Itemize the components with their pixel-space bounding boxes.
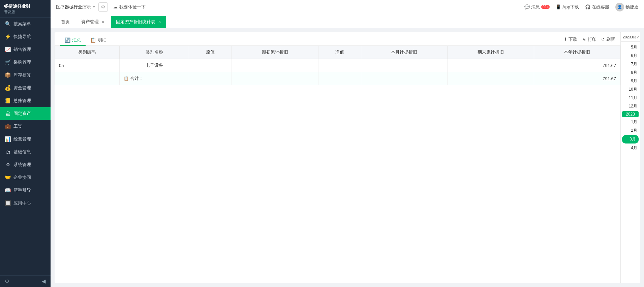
sidebar-label-apps: 应用中心	[13, 200, 31, 206]
print-label: 打印	[588, 36, 596, 42]
inventory-icon: 📦	[5, 72, 11, 78]
system-icon: ⚙	[5, 162, 11, 168]
sidebar-item-sales[interactable]: 📈销售管理	[0, 43, 51, 56]
user-menu[interactable]: 👤 畅捷通	[615, 3, 639, 11]
funds-icon: 💰	[5, 85, 11, 91]
month-item[interactable]: 12月	[621, 102, 640, 110]
plus-icon: 📋	[124, 76, 129, 81]
user-label: 畅捷通	[625, 4, 639, 10]
sidebar-item-apps[interactable]: 🔲应用中心	[0, 197, 51, 210]
sidebar-item-search[interactable]: 🔍搜索菜单	[0, 18, 51, 30]
tab-资产管理[interactable]: 资产管理✕	[76, 16, 110, 28]
month-item[interactable]: 11月	[621, 94, 640, 102]
app-download-button[interactable]: 📱 App下载	[556, 4, 579, 10]
col-header: 本年计提折旧	[534, 46, 620, 59]
table-body: 05电子设备791.67📋合计：791.67	[55, 59, 620, 85]
quicknav-icon: ⚡	[5, 34, 11, 40]
sub-tabs: 🔄汇总📋明细 ⬇ 下载 🖨 打印 ↺ 刷新	[55, 32, 620, 46]
tabs-bar: 首页资产管理✕固定资产折旧统计表✕	[51, 14, 644, 28]
cell	[232, 59, 318, 72]
ledger-icon: 📒	[5, 98, 11, 104]
sidebar-menu: 🔍搜索菜单⚡快捷导航📈销售管理🛒采购管理📦库存核算💰资金管理📒总账管理🏛固定资产…	[0, 18, 51, 275]
basic-icon: 🗂	[5, 149, 11, 155]
topbar-settings-button[interactable]: ⚙	[98, 2, 108, 12]
sidebar-label-inventory: 库存核算	[13, 72, 31, 78]
print-button[interactable]: 🖨 打印	[582, 36, 596, 42]
col-header: 本月计提折旧	[361, 46, 447, 59]
sidebar-label-purchase: 采购管理	[13, 59, 31, 65]
sidebar-label-fixed: 固定资产	[13, 110, 31, 117]
cell	[189, 59, 232, 72]
company-name: 医疗器械行业演示	[56, 4, 91, 10]
col-header: 类别名称	[119, 46, 189, 59]
collab-icon: 🤝	[5, 174, 11, 181]
month-item[interactable]: 8月	[621, 68, 640, 77]
sidebar-item-quicknav[interactable]: ⚡快捷导航	[0, 30, 51, 43]
message-button[interactable]: 💬 消息 99+	[524, 4, 550, 10]
month-item[interactable]: 9月	[621, 77, 640, 85]
download-button[interactable]: ⬇ 下载	[563, 36, 577, 42]
col-header: 原值	[189, 46, 232, 59]
cell: 791.67	[534, 59, 620, 72]
depreciation-table: 类别编码类别名称原值期初累计折旧净值本月计提折旧期末累计折旧本年计提折旧 05电…	[55, 46, 620, 85]
sidebar-item-salary[interactable]: 💼工资	[0, 120, 51, 133]
logo-title: 畅捷通好业财	[4, 3, 47, 9]
sidebar-label-quicknav: 快捷导航	[13, 34, 31, 40]
col-header: 净值	[318, 46, 361, 59]
sidebar-logo: 畅捷通好业财 普及版	[0, 0, 51, 18]
date-panel-header: 2023.03 ⤢ ✕	[621, 32, 640, 42]
sidebar-item-operations[interactable]: 📊经营管理	[0, 133, 51, 146]
table-header-row: 类别编码类别名称原值期初累计折旧净值本月计提折旧期末累计折旧本年计提折旧	[55, 46, 620, 59]
month-item[interactable]: 10月	[621, 85, 640, 94]
sidebar-item-purchase[interactable]: 🛒采购管理	[0, 56, 51, 69]
sub-tab-summary[interactable]: 🔄汇总	[60, 35, 86, 46]
tab-首页[interactable]: 首页	[56, 16, 75, 28]
month-item[interactable]: 6月	[621, 52, 640, 60]
sidebar-item-funds[interactable]: 💰资金管理	[0, 82, 51, 94]
operations-icon: 📊	[5, 136, 11, 142]
month-item[interactable]: 3月	[622, 135, 639, 144]
tab-close-icon[interactable]: ✕	[158, 20, 161, 24]
sidebar-item-ledger[interactable]: 📒总账管理	[0, 94, 51, 107]
collapse-icon[interactable]: ◀	[42, 278, 46, 284]
summary-tab-icon: 🔄	[65, 37, 70, 43]
month-item[interactable]: 7月	[621, 60, 640, 68]
refresh-button[interactable]: ↺ 刷新	[601, 36, 615, 42]
sidebar-label-system: 系统管理	[13, 162, 31, 168]
month-item[interactable]: 2月	[621, 126, 640, 135]
experience-button[interactable]: ☁ 我要体验一下	[113, 4, 146, 10]
sidebar-item-fixed[interactable]: 🏛固定资产	[0, 107, 51, 120]
print-icon: 🖨	[582, 37, 586, 42]
service-button[interactable]: 🎧 在线客服	[585, 4, 609, 10]
sidebar-label-funds: 资金管理	[13, 85, 31, 91]
date-month-list: 5月6月7月8月9月10月11月12月20231月2月3月4月	[621, 42, 640, 283]
month-item[interactable]: 4月	[621, 144, 640, 152]
sidebar-item-inventory[interactable]: 📦库存核算	[0, 69, 51, 82]
sidebar-item-guide[interactable]: 📖新手引导	[0, 184, 51, 197]
sidebar-item-system[interactable]: ⚙系统管理	[0, 158, 51, 171]
tab-close-icon[interactable]: ✕	[101, 20, 104, 24]
sidebar-item-collab[interactable]: 🤝企业协同	[0, 171, 51, 184]
main: 医疗器械行业演示 ▾ ⚙ ☁ 我要体验一下 💬 消息 99+ 📱 App下载 🎧…	[51, 0, 644, 287]
gear-icon: ⚙	[101, 4, 105, 9]
download-icon: ⬇	[563, 37, 567, 42]
tab-固定资产折旧统计表[interactable]: 固定资产折旧统计表✕	[111, 16, 166, 28]
month-item[interactable]: 5月	[621, 43, 640, 52]
date-panel-title: 2023.03	[623, 35, 636, 39]
sidebar-label-basic: 基础信息	[13, 149, 31, 155]
sales-icon: 📈	[5, 46, 11, 53]
toolbar-right: ⬇ 下载 🖨 打印 ↺ 刷新	[563, 36, 615, 44]
year-label[interactable]: 2023	[622, 111, 639, 117]
sub-tab-detail[interactable]: 📋明细	[86, 35, 111, 46]
month-item[interactable]: 1月	[621, 118, 640, 126]
company-selector[interactable]: 医疗器械行业演示 ▾	[56, 4, 95, 10]
settings-icon[interactable]: ⚙	[5, 278, 9, 284]
refresh-icon: ↺	[601, 37, 605, 42]
expand-icon[interactable]: ⤢	[636, 34, 640, 39]
mobile-icon: 📱	[556, 4, 561, 9]
experience-label: 我要体验一下	[119, 4, 146, 10]
sidebar-item-basic[interactable]: 🗂基础信息	[0, 146, 51, 158]
sidebar-label-guide: 新手引导	[13, 187, 31, 193]
cell	[361, 59, 447, 72]
avatar: 👤	[615, 3, 624, 11]
